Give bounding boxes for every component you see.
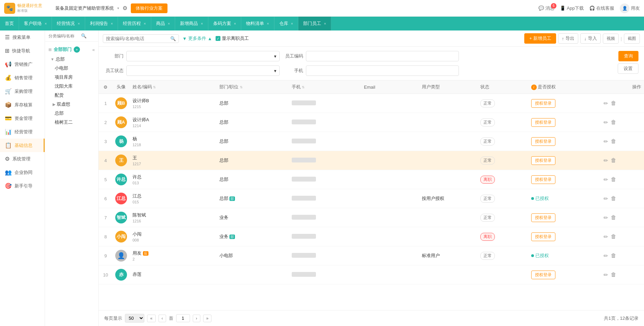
- prev-page-btn[interactable]: ‹: [158, 315, 166, 322]
- tab-home[interactable]: 首页: [0, 17, 19, 30]
- page-size-select[interactable]: 50 20 100: [125, 314, 144, 323]
- edit-icon[interactable]: ✏: [604, 157, 608, 164]
- print-btn[interactable]: 截图: [624, 34, 640, 44]
- dept-node-shenyang[interactable]: 沈阳大库: [45, 82, 98, 91]
- th-name[interactable]: 姓名/编码 ⇅: [130, 80, 217, 94]
- dept-collapse-btn[interactable]: «: [92, 47, 95, 52]
- page-num-input[interactable]: [176, 314, 190, 322]
- sidebar-item-inventory[interactable]: 📦 库存核算: [0, 98, 45, 112]
- app-download-btn[interactable]: 📱 App下载: [560, 5, 584, 11]
- edit-icon[interactable]: ✏: [604, 214, 608, 221]
- query-btn[interactable]: 查询: [618, 51, 638, 61]
- sort-dept-icon[interactable]: ⇅: [240, 85, 243, 89]
- sidebar-item-marketing[interactable]: 📢 营销推广: [0, 58, 45, 71]
- sidebar-item-search[interactable]: ☰ 搜索菜单: [0, 30, 45, 44]
- system-title-dropdown-icon[interactable]: ▾: [117, 6, 119, 10]
- delete-icon[interactable]: 🗑: [611, 119, 616, 125]
- dept-node-zhishu[interactable]: 植树王二: [45, 118, 98, 127]
- tab-operation[interactable]: 经营情况×: [52, 17, 85, 30]
- delete-icon[interactable]: 🗑: [611, 234, 616, 240]
- dept-node-xiangmu[interactable]: 项目库房: [45, 73, 98, 82]
- tab-operation-close[interactable]: ×: [78, 21, 80, 26]
- edit-icon[interactable]: ✏: [604, 176, 608, 183]
- edit-icon[interactable]: ✏: [604, 272, 608, 278]
- tab-history-close[interactable]: ×: [144, 21, 146, 26]
- edit-icon[interactable]: ✏: [604, 253, 608, 259]
- delete-icon[interactable]: 🗑: [611, 195, 616, 202]
- auth-login-btn[interactable]: 授权登录: [531, 156, 555, 165]
- auth-login-btn[interactable]: 授权登录: [531, 175, 555, 184]
- edit-icon[interactable]: ✏: [604, 138, 608, 145]
- tab-goods-close[interactable]: ×: [168, 21, 170, 26]
- first-page-btn[interactable]: «: [147, 315, 156, 322]
- edit-icon[interactable]: ✏: [604, 100, 608, 107]
- online-service-btn[interactable]: 🎧 在线客服: [589, 5, 614, 11]
- try-btn[interactable]: 体验行业方案: [131, 3, 167, 13]
- sidebar-item-management[interactable]: 📊 经营管理: [0, 125, 45, 139]
- reset-btn[interactable]: 设置: [618, 63, 638, 74]
- tab-new-goods-close[interactable]: ×: [201, 21, 203, 26]
- search-input[interactable]: [106, 36, 168, 41]
- tab-profit-close[interactable]: ×: [111, 21, 113, 26]
- search-icon-btn[interactable]: 🔍: [170, 36, 176, 41]
- sidebar-item-collab[interactable]: 👥 企业协同: [0, 166, 45, 179]
- tab-profit[interactable]: 利润报告×: [85, 17, 118, 30]
- delete-icon[interactable]: 🗑: [611, 157, 616, 164]
- filter-phone-input[interactable]: [306, 65, 459, 76]
- sidebar-item-basic[interactable]: 📋 基础信息: [0, 139, 45, 152]
- user-menu[interactable]: 👤 用友: [620, 3, 640, 13]
- dept-node-shuangxu[interactable]: ▶ 双虚想: [45, 100, 98, 109]
- delete-icon[interactable]: 🗑: [611, 214, 616, 221]
- delete-icon[interactable]: 🗑: [611, 176, 616, 183]
- tab-customer[interactable]: 客户联络×: [19, 17, 52, 30]
- add-employee-btn[interactable]: + 新增员工: [524, 33, 556, 44]
- sidebar-item-system[interactable]: ⚙ 系统管理: [0, 152, 45, 166]
- sidebar-item-finance[interactable]: 💳 资金管理: [0, 112, 45, 125]
- tab-customer-close[interactable]: ×: [45, 21, 47, 26]
- filter-code-input[interactable]: [306, 51, 459, 61]
- th-dept[interactable]: 部门/职位 ⇅: [217, 80, 289, 94]
- auth-login-btn[interactable]: 授权登录: [531, 99, 555, 108]
- edit-icon[interactable]: ✏: [604, 195, 608, 202]
- sort-phone-icon[interactable]: ⇅: [302, 85, 305, 89]
- import-btn[interactable]: ↓ 导入: [580, 33, 601, 44]
- tab-employees-close[interactable]: ×: [324, 21, 326, 26]
- tab-goods[interactable]: 商品×: [151, 17, 175, 30]
- view-btn[interactable]: 视频: [603, 34, 619, 44]
- th-settings[interactable]: ⚙: [99, 80, 112, 94]
- delete-icon[interactable]: 🗑: [611, 253, 616, 259]
- sort-name-icon[interactable]: ⇅: [153, 85, 156, 89]
- tab-employees[interactable]: 部门员工×: [298, 17, 331, 30]
- auth-login-btn[interactable]: 授权登录: [531, 118, 555, 127]
- tab-barcode[interactable]: 条码方案×: [208, 17, 241, 30]
- dept-node-xiaodibu[interactable]: 小电部: [45, 64, 98, 73]
- show-inactive-toggle[interactable]: ✓ 显示离职员工: [216, 35, 249, 42]
- sidebar-item-guide[interactable]: 🎯 新手引导: [0, 179, 45, 193]
- filter-dept-select[interactable]: ▾: [126, 51, 280, 61]
- dept-node-zongbu2[interactable]: 总部: [45, 109, 98, 118]
- settings-icon[interactable]: ⚙: [123, 5, 127, 11]
- more-filter-btn[interactable]: ▼ 更多条件 ▲: [182, 35, 212, 42]
- show-inactive-checkbox[interactable]: ✓: [216, 36, 220, 41]
- auth-login-btn[interactable]: 授权登录: [531, 213, 555, 222]
- tab-history[interactable]: 经营历程×: [118, 17, 151, 30]
- dept-node-peihuo[interactable]: 配货: [45, 91, 98, 100]
- sidebar-item-sales[interactable]: 💰 销售管理: [0, 71, 45, 85]
- tab-warehouse-close[interactable]: ×: [291, 21, 293, 26]
- dept-search-icon[interactable]: 🔍: [81, 33, 87, 38]
- auth-login-btn[interactable]: 授权登录: [531, 271, 555, 279]
- edit-icon[interactable]: ✏: [604, 234, 608, 240]
- last-page-btn[interactable]: »: [203, 315, 212, 322]
- sidebar-item-shortcut[interactable]: ⊞ 快捷导航: [0, 44, 45, 58]
- dept-add-btn[interactable]: +: [74, 46, 80, 53]
- tab-new-goods[interactable]: 新增商品×: [175, 17, 208, 30]
- sidebar-item-purchase[interactable]: 🛒 采购管理: [0, 85, 45, 98]
- edit-icon[interactable]: ✏: [604, 119, 608, 126]
- th-phone[interactable]: 手机 ⇅: [289, 80, 361, 94]
- delete-icon[interactable]: 🗑: [611, 272, 616, 278]
- delete-icon[interactable]: 🗑: [611, 138, 616, 144]
- auth-login-btn[interactable]: 授权登录: [531, 137, 555, 146]
- next-page-btn[interactable]: ›: [193, 315, 200, 322]
- dept-all-row[interactable]: ⊞ 全部部门 + «: [45, 44, 98, 55]
- auth-login-btn[interactable]: 授权登录: [531, 232, 555, 241]
